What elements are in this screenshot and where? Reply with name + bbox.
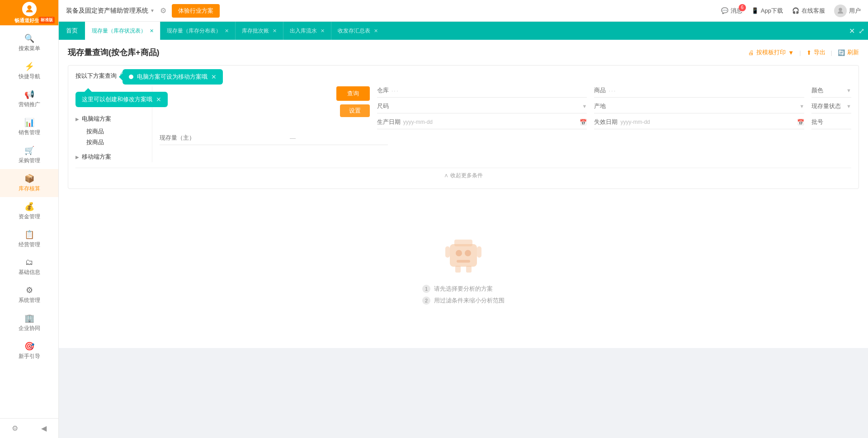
- tooltip-mobile-text: 电脑方案可设为移动方案哦: [137, 73, 208, 81]
- export-label: 导出: [814, 48, 826, 57]
- sidebar-item-system[interactable]: ⚙ 系统管理: [0, 281, 58, 309]
- warehouse-dots[interactable]: ···: [392, 87, 587, 94]
- svg-point-0: [27, 5, 31, 9]
- guide-icon: 🎯: [24, 341, 34, 351]
- size-dropdown-arrow[interactable]: ▼: [582, 104, 587, 109]
- tab-home[interactable]: 首页: [59, 22, 85, 40]
- enterprise-icon: 🏢: [24, 313, 34, 323]
- tab-expand-icon[interactable]: ⤢: [859, 27, 864, 35]
- sidebar-item-inventory[interactable]: 📦 库存核算: [0, 169, 58, 197]
- tab-recv-summary[interactable]: 收发存汇总表 ✕: [331, 22, 384, 40]
- scheme-expand-arrow: ▶: [75, 117, 79, 122]
- warehouse-field: 仓库 ···: [377, 86, 587, 98]
- sidebar-item-quick-nav[interactable]: ⚡ 快捷导航: [0, 57, 58, 85]
- scheme-child-1[interactable]: 按商品: [86, 126, 145, 137]
- sidebar-item-marketing[interactable]: 📢 营销推广: [0, 85, 58, 113]
- sidebar-item-operation[interactable]: 📋 经营管理: [0, 225, 58, 253]
- app-download-action[interactable]: 📱 App下载: [751, 7, 783, 15]
- finance-icon: 💰: [24, 202, 34, 212]
- tooltip-edit-text: 这里可以创建和修改方案哦: [82, 95, 152, 104]
- expiry-date-input[interactable]: yyyy-mm-dd: [620, 119, 794, 125]
- svg-rect-2: [450, 244, 477, 267]
- sidebar-item-sales[interactable]: 📊 销售管理: [0, 113, 58, 141]
- sidebar-item-guide[interactable]: 🎯 新手引导: [0, 337, 58, 365]
- goods-field: 商品 ···: [594, 86, 804, 98]
- page-actions: 🖨 按模板打印 ▼ | ⬆ 导出 | 🔄 刷新: [748, 48, 859, 57]
- print-button[interactable]: 🖨 按模板打印 ▼: [748, 48, 794, 57]
- tab-inout-flow[interactable]: 出入库流水 ✕: [283, 22, 331, 40]
- production-date-input[interactable]: yyyy-mm-dd: [403, 119, 577, 125]
- sidebar-item-label: 系统管理: [19, 297, 40, 304]
- filter-main-panel: 仓库 ··· 商品 ··· 颜色 ▼: [160, 86, 851, 162]
- filter-tree-panel: 这里可以创建和修改方案哦 ✕ ▶ 电脑端方案 按商品: [75, 86, 152, 162]
- svg-rect-3: [454, 240, 472, 246]
- inventory-qty-separator: —: [290, 135, 296, 141]
- tooltip-close2[interactable]: ✕: [156, 96, 161, 103]
- sidebar-item-label: 快捷导航: [19, 73, 40, 80]
- industry-button[interactable]: 体验行业方案: [172, 4, 220, 18]
- empty-hint-1: 1 请先选择要分析的方案: [422, 285, 505, 293]
- content-area: 现存量查询(按仓库+商品) 🖨 按模板打印 ▼ | ⬆ 导出 | 🔄: [59, 40, 868, 438]
- tooltip-close1[interactable]: ✕: [211, 73, 217, 80]
- sidebar-item-enterprise[interactable]: 🏢 企业协同: [0, 309, 58, 337]
- sidebar-item-search[interactable]: 🔍 搜索菜单: [0, 29, 58, 57]
- sidebar-item-basic[interactable]: 🗂 基础信息: [0, 253, 58, 281]
- warehouse-label: 仓库: [377, 86, 389, 94]
- collapse-sidebar-icon[interactable]: ◀: [41, 424, 47, 433]
- inventory-status-dropdown-arrow[interactable]: ▼: [846, 104, 851, 109]
- expiry-date-calendar-icon[interactable]: 📅: [797, 119, 804, 126]
- origin-field: 产地 ▼: [594, 102, 804, 113]
- color-field: 颜色 ▼: [811, 86, 851, 98]
- operation-icon: 📋: [24, 230, 34, 240]
- reset-button[interactable]: 设置: [340, 104, 370, 117]
- goods-label: 商品: [594, 86, 606, 94]
- empty-illustration: [436, 231, 491, 276]
- tab-close-inventory-status[interactable]: ✕: [150, 28, 154, 34]
- phone-icon: 📱: [751, 7, 759, 14]
- production-date-calendar-icon[interactable]: 📅: [580, 119, 587, 126]
- chevron-down-icon: ▼: [150, 8, 155, 13]
- tab-inventory-dist[interactable]: 现存量（库存分布表） ✕: [160, 22, 235, 40]
- tab-inventory-status[interactable]: 现存量（库存状况表） ✕: [85, 22, 160, 40]
- header-settings-icon[interactable]: ⚙: [160, 6, 166, 15]
- system-selector[interactable]: 装备及固定资产辅助管理系统 ▼: [66, 7, 155, 15]
- production-date-field: 生产日期 yyyy-mm-dd 📅: [377, 118, 587, 129]
- user-label: 用户: [849, 7, 861, 15]
- query-button[interactable]: 查询: [336, 86, 370, 101]
- tooltip-edit-scheme: 这里可以创建和修改方案哦 ✕: [75, 92, 168, 107]
- action-divider1: |: [799, 49, 801, 56]
- scheme-mobile[interactable]: ▶ 移动端方案: [75, 151, 145, 162]
- purchase-icon: 🛒: [24, 146, 34, 155]
- tab-close-recv-summary[interactable]: ✕: [374, 28, 378, 34]
- tab-close-inout-flow[interactable]: ✕: [321, 28, 325, 34]
- tab-close-batch-account[interactable]: ✕: [273, 28, 277, 34]
- message-action[interactable]: 💬 消息 6: [721, 7, 742, 15]
- goods-dots[interactable]: ···: [609, 87, 804, 94]
- empty-hint-2: 2 用过滤条件来缩小分析范围: [422, 297, 505, 305]
- scheme-desktop[interactable]: ▶ 电脑端方案: [75, 113, 145, 124]
- tab-close-all-icon[interactable]: ✕: [849, 27, 855, 35]
- inventory-status-field: 现存量状态 ▼: [811, 102, 851, 113]
- collapse-bar[interactable]: ∧ 收起更多条件: [75, 168, 851, 183]
- size-field: 尺码 ▼: [377, 102, 587, 113]
- refresh-button[interactable]: 🔄 刷新: [838, 48, 859, 57]
- scheme-child-2[interactable]: 按商品: [86, 137, 145, 148]
- tab-batch-account[interactable]: 库存批次账 ✕: [235, 22, 283, 40]
- scheme-child2-label: 按商品: [86, 138, 104, 146]
- tab-close-inventory-dist[interactable]: ✕: [225, 28, 229, 34]
- hint-text-2: 用过滤条件来缩小分析范围: [434, 297, 505, 305]
- user-action[interactable]: 用户: [834, 5, 861, 17]
- export-button[interactable]: ⬆ 导出: [807, 48, 826, 57]
- svg-point-5: [465, 250, 471, 256]
- settings-bottom-icon[interactable]: ⚙: [12, 424, 18, 433]
- basic-icon: 🗂: [25, 258, 33, 267]
- refresh-label: 刷新: [847, 48, 859, 57]
- page-title: 现存量查询(按仓库+商品): [68, 47, 160, 58]
- online-service-action[interactable]: 🎧 在线客服: [792, 7, 825, 15]
- sidebar-item-finance[interactable]: 💰 资金管理: [0, 197, 58, 225]
- collapse-arrow-icon: ∧: [444, 172, 448, 179]
- color-dropdown-arrow[interactable]: ▼: [846, 88, 851, 93]
- origin-dropdown-arrow[interactable]: ▼: [799, 104, 804, 109]
- sidebar-item-purchase[interactable]: 🛒 采购管理: [0, 141, 58, 169]
- origin-label: 产地: [594, 102, 606, 110]
